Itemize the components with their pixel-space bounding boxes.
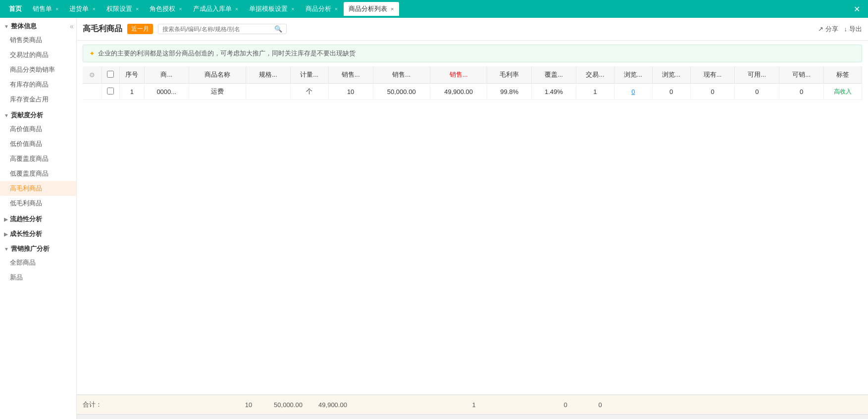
close-all-tabs[interactable]: ✕ — [850, 4, 864, 14]
sidebar-group-contribution[interactable]: ▼ 贡献度分析 — [0, 107, 76, 122]
row-coverage: 1.49% — [532, 84, 576, 100]
footer-sales-amount: 50,000.00 — [266, 401, 310, 409]
nav-tab-template-close[interactable]: × — [291, 6, 294, 12]
footer-spacer — [122, 401, 231, 409]
row-transaction: 1 — [576, 84, 614, 100]
col-unit: 计量... — [290, 66, 328, 84]
footer-sales-profit: 49,900.00 — [310, 401, 355, 409]
export-button[interactable]: ↓ 导出 — [844, 25, 863, 34]
period-button[interactable]: 近一月 — [127, 24, 153, 34]
search-input[interactable] — [162, 26, 272, 33]
nav-tab-product-storage-close[interactable]: × — [235, 6, 238, 12]
nav-tab-sales[interactable]: 销售单 × — [28, 2, 63, 16]
col-tag: 标签 — [823, 66, 862, 84]
footer-spacer2 — [355, 401, 459, 409]
sidebar-item-new-goods[interactable]: 新品 — [0, 270, 76, 285]
select-all-checkbox[interactable] — [107, 71, 114, 78]
nav-tab-home[interactable]: 首页 — [4, 2, 27, 16]
sidebar-item-stock-capital[interactable]: 库存资金占用 — [0, 92, 76, 107]
row-index: 1 — [119, 84, 144, 100]
sidebar-item-high-coverage[interactable]: 高覆盖度商品 — [0, 151, 76, 166]
row-name: 运费 — [189, 84, 246, 100]
sidebar-group-marketing[interactable]: ▼ 营销推广分析 — [0, 240, 76, 255]
nav-tab-roles-close[interactable]: × — [179, 6, 182, 12]
table-container[interactable]: ⚙ 序号 商... 商品名称 规格... 计量... 销售... 销售... 销… — [77, 66, 868, 394]
sidebar-group-contribution-label: 贡献度分析 — [11, 111, 43, 120]
row-checkbox[interactable] — [102, 84, 119, 100]
col-available-stock: 可用... — [735, 66, 779, 84]
nav-tab-analysis-close[interactable]: × — [335, 6, 338, 12]
sidebar-item-low-value[interactable]: 低价值商品 — [0, 137, 76, 151]
sidebar-group-growth-label: 成长性分析 — [10, 230, 42, 238]
nav-tab-permissions-close[interactable]: × — [136, 6, 139, 12]
nav-tab-analysis-list[interactable]: 商品分析列表 × — [344, 2, 399, 16]
row-sellable: 0 — [779, 84, 824, 100]
footer-current-stock: 0 — [548, 401, 583, 409]
sidebar-item-category-rate[interactable]: 商品分类助销率 — [0, 62, 76, 77]
nav-tab-permissions-label: 权限设置 — [106, 4, 132, 13]
nav-tab-roles-label: 角色授权 — [150, 4, 175, 13]
content-area: 高毛利商品 近一月 🔍 ↗ 分享 ↓ 导出 ✦ 企业的主要的利润都是这部分商品创… — [77, 18, 868, 419]
sidebar-item-sales-goods[interactable]: 销售类商品 — [0, 33, 76, 47]
sidebar-item-stock-goods[interactable]: 有库存的商品 — [0, 77, 76, 92]
chevron-down-icon-3: ▼ — [4, 246, 9, 252]
footer-available-stock: 0 — [583, 401, 617, 409]
row-sales-amount: 50,000.00 — [373, 84, 430, 100]
col-current-stock: 现有... — [690, 66, 735, 84]
sidebar-item-traded-goods[interactable]: 交易过的商品 — [0, 47, 76, 62]
row-gross-margin: 99.8% — [487, 84, 532, 100]
nav-tab-template-label: 单据模板设置 — [249, 4, 288, 13]
sidebar-group-overall[interactable]: ▼ 整体信息 — [0, 18, 76, 33]
row-unit: 个 — [290, 84, 328, 100]
nav-tab-sales-label: 销售单 — [33, 4, 52, 13]
share-icon: ↗ — [818, 25, 823, 33]
sidebar-group-flow[interactable]: ▶ 流趋性分析 — [0, 211, 76, 226]
nav-tab-analysis-list-close[interactable]: × — [391, 6, 394, 12]
nav-tab-purchase-close[interactable]: × — [92, 6, 95, 12]
sidebar-item-low-coverage[interactable]: 低覆盖度商品 — [0, 166, 76, 181]
row-browse1[interactable]: 0 — [614, 84, 652, 100]
sidebar-item-low-margin[interactable]: 低毛利商品 — [0, 196, 76, 211]
nav-tab-product-storage[interactable]: 产成品入库单 × — [188, 2, 243, 16]
banner-text: 企业的主要的利润都是这部分商品创造的，可考虑加大推广，同时关注库存是不要出现缺货 — [98, 49, 356, 58]
nav-tab-analysis-label: 商品分析 — [306, 4, 331, 13]
row-sales-profit: 49,900.00 — [430, 84, 487, 100]
horizontal-scrollbar[interactable] — [77, 414, 868, 419]
row-select-checkbox[interactable] — [107, 88, 114, 94]
content-header: 高毛利商品 近一月 🔍 ↗ 分享 ↓ 导出 — [77, 18, 868, 41]
nav-tab-template[interactable]: 单据模板设置 × — [244, 2, 299, 16]
main-layout: « ▼ 整体信息 销售类商品 交易过的商品 商品分类助销率 有库存的商品 库存资… — [0, 18, 868, 419]
row-available-stock: 0 — [735, 84, 779, 100]
sidebar-item-high-margin[interactable]: 高毛利商品 — [0, 181, 76, 196]
nav-tab-analysis[interactable]: 商品分析 × — [301, 2, 343, 16]
col-index: 序号 — [119, 66, 144, 84]
search-icon[interactable]: 🔍 — [274, 25, 282, 33]
sidebar: « ▼ 整体信息 销售类商品 交易过的商品 商品分类助销率 有库存的商品 库存资… — [0, 18, 77, 419]
sidebar-collapse-btn[interactable]: « — [67, 22, 76, 31]
col-sales-qty: 销售... — [328, 66, 373, 84]
share-button[interactable]: ↗ 分享 — [818, 25, 838, 34]
chevron-down-icon: ▼ — [4, 24, 9, 29]
sidebar-item-high-value[interactable]: 高价值商品 — [0, 122, 76, 137]
nav-tab-product-storage-label: 产成品入库单 — [193, 4, 232, 13]
nav-tab-home-label: 首页 — [9, 4, 22, 13]
nav-tab-roles[interactable]: 角色授权 × — [145, 2, 187, 16]
sidebar-group-marketing-label: 营销推广分析 — [11, 244, 50, 253]
footer-cells: 10 50,000.00 49,900.00 1 0 0 — [122, 401, 862, 409]
col-settings[interactable]: ⚙ — [83, 66, 102, 84]
chevron-right-icon-2: ▶ — [4, 232, 8, 237]
nav-tab-permissions[interactable]: 权限设置 × — [102, 2, 144, 16]
sidebar-item-all-goods[interactable]: 全部商品 — [0, 255, 76, 270]
sidebar-group-overall-label: 整体信息 — [11, 22, 37, 31]
footer-label: 合计： — [83, 400, 122, 409]
row-current-stock: 0 — [690, 84, 735, 100]
col-checkbox[interactable] — [102, 66, 119, 84]
sidebar-group-growth[interactable]: ▶ 成长性分析 — [0, 226, 76, 240]
nav-tab-sales-close[interactable]: × — [55, 6, 58, 12]
nav-tab-purchase[interactable]: 进货单 × — [64, 2, 100, 16]
top-nav: 首页 销售单 × 进货单 × 权限设置 × 角色授权 × 产成品入库单 × 单据… — [0, 0, 868, 18]
chevron-down-icon-2: ▼ — [4, 113, 9, 118]
row-tag: 高收入 — [823, 84, 862, 100]
row-spec — [246, 84, 291, 100]
footer-transaction: 1 — [459, 401, 489, 409]
